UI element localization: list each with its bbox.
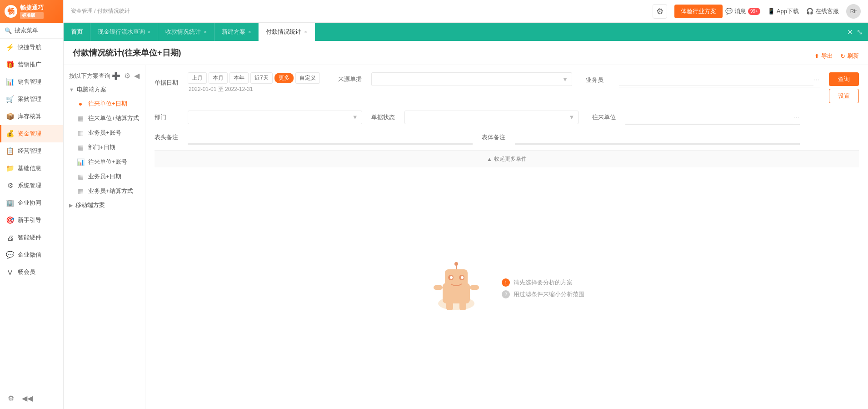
tab-receivable[interactable]: 收款情况统计 ×: [158, 23, 214, 41]
tab-close-icon[interactable]: ×: [148, 29, 150, 35]
scheme-category-pc[interactable]: ▼ 电脑端方案: [64, 83, 145, 96]
hardware-icon: 🖨: [6, 233, 14, 242]
tab-new-plan[interactable]: 新建方案 ×: [215, 23, 259, 41]
scheme-item-icon: ▦: [76, 187, 85, 195]
dept-select[interactable]: ▼: [188, 111, 362, 124]
tab-payment[interactable]: 付款情况统计 ×: [259, 23, 314, 41]
sidebar-item-vip[interactable]: V 畅会员: [0, 263, 63, 281]
collapse-sidebar-icon[interactable]: ◀◀: [21, 392, 34, 404]
scheme-item-unit-account[interactable]: 📊 往来单位+账号: [64, 155, 145, 169]
sidebar-item-enterprise[interactable]: 🏢 企业协同: [0, 194, 63, 212]
svg-rect-11: [446, 301, 453, 310]
sidebar-search[interactable]: 🔍 搜索菜单: [0, 23, 63, 39]
sidebar-item-finance[interactable]: 💰 资金管理: [0, 125, 63, 142]
status-select[interactable]: ▼: [404, 111, 579, 124]
date-btn-7days[interactable]: 近7天: [250, 72, 273, 84]
sidebar-header: 畅 畅捷通巧 标准版: [0, 0, 63, 23]
tab-close-icon[interactable]: ×: [304, 29, 307, 35]
svg-point-5: [450, 276, 453, 279]
marketing-icon: 🎁: [6, 61, 14, 69]
source-filter-label: 来源单据: [338, 75, 368, 83]
sidebar-item-purchase[interactable]: 🛒 采购管理: [0, 91, 63, 108]
scheme-item-icon: ▦: [76, 129, 85, 137]
sidebar-item-marketing[interactable]: 🎁 营销推广: [0, 56, 63, 73]
staff-input[interactable]: [619, 72, 813, 86]
search-menu-label: 搜索菜单: [15, 26, 38, 35]
filter-row-2: 部门 ▼ 单据状态 ▼: [155, 110, 859, 125]
scheme-settings-icon[interactable]: ⚙: [124, 71, 130, 80]
date-btn-more[interactable]: 更多: [274, 73, 294, 83]
unit-input[interactable]: [625, 110, 793, 123]
sidebar-item-basic[interactable]: 📁 基础信息: [0, 160, 63, 177]
guide-icon: 🎯: [6, 216, 14, 224]
tip-text-2: 用过滤条件来缩小分析范围: [514, 290, 584, 298]
settings-button[interactable]: 设置: [829, 89, 859, 103]
empty-tip-1: 1 请先选择要分析的方案: [502, 278, 573, 287]
tab-label: 收款情况统计: [165, 28, 201, 36]
sidebar-item-wechat[interactable]: 💬 企业微信: [0, 246, 63, 263]
scheme-panel: 按以下方案查询 ➕ ⚙ ◀ ▼ 电脑端方案 ● 往来单位+日期 ▦: [64, 65, 145, 409]
unit-dots-btn[interactable]: ···: [793, 113, 800, 120]
sidebar-item-hardware[interactable]: 🖨 智能硬件: [0, 229, 63, 246]
scheme-panel-title: 按以下方案查询: [69, 72, 110, 80]
settings-bottom-icon[interactable]: ⚙: [5, 392, 17, 404]
sidebar-item-operations[interactable]: 📋 经营管理: [0, 142, 63, 160]
vip-icon: V: [6, 268, 14, 276]
source-select[interactable]: ▼: [371, 72, 572, 86]
scheme-item-unit-date[interactable]: ● 往来单位+日期: [64, 96, 145, 111]
tab-label: 新建方案: [222, 28, 245, 36]
date-btn-last-month[interactable]: 上月: [188, 72, 207, 84]
scheme-item-dept-date[interactable]: ▦ 部门+日期: [64, 140, 145, 155]
scheme-item-staff-settle[interactable]: ▦ 业务员+结算方式: [64, 184, 145, 198]
export-button[interactable]: ⬆ 导出: [814, 52, 833, 60]
svg-point-6: [461, 276, 464, 279]
filter-staff-field: 业务员 ···: [586, 72, 820, 87]
empty-tip-2: 2 用过滤条件来缩小分析范围: [502, 290, 584, 298]
scheme-category-mobile[interactable]: ▶ 移动端方案: [64, 198, 145, 212]
sidebar-item-sales[interactable]: 📊 销售管理: [0, 73, 63, 91]
refresh-label: 刷新: [847, 52, 859, 60]
date-btn-this-year[interactable]: 本年: [229, 72, 249, 84]
header-note-label: 表头备注: [155, 133, 184, 141]
trial-button[interactable]: 体验行业方案: [674, 5, 723, 18]
header-note-input[interactable]: [188, 131, 473, 145]
online-service[interactable]: 🎧 在线客服: [806, 7, 839, 15]
expand-icon[interactable]: ⤡: [857, 28, 863, 36]
staff-dots-btn[interactable]: ···: [813, 76, 820, 83]
empty-state-content: 1 请先选择要分析的方案 2 用过滤条件来缩小分析范围: [429, 260, 584, 316]
sidebar-item-system[interactable]: ⚙ 系统管理: [0, 177, 63, 194]
sidebar-item-label: 快捷导航: [18, 43, 41, 51]
header-note-input-wrapper: [188, 131, 473, 144]
tab-close-icon[interactable]: ×: [204, 29, 206, 35]
wechat-icon: 💬: [6, 251, 14, 259]
sidebar-item-quick-nav[interactable]: ⚡ 快捷导航: [0, 39, 63, 56]
close-all-tabs-icon[interactable]: ✕: [847, 28, 853, 36]
tab-cashflow[interactable]: 现金银行流水查询 ×: [90, 23, 158, 41]
tab-home[interactable]: 首页: [64, 23, 90, 41]
filter-row-3: 表头备注 表体备注: [155, 131, 859, 144]
sidebar-item-guide[interactable]: 🎯 新手引导: [0, 212, 63, 229]
page-header-actions: ⬆ 导出 ↻ 刷新: [814, 52, 859, 60]
refresh-button[interactable]: ↻ 刷新: [840, 52, 859, 60]
refresh-icon: ↻: [840, 53, 845, 60]
collapse-arrow-icon: ▲: [487, 156, 492, 162]
app-download[interactable]: 📱 App下载: [768, 7, 799, 15]
scheme-item-staff-date[interactable]: ▦ 业务员+日期: [64, 169, 145, 184]
topbar-settings-icon[interactable]: ⚙: [653, 4, 667, 19]
sidebar-item-inventory[interactable]: 📦 库存核算: [0, 108, 63, 125]
collapse-scheme-icon[interactable]: ◀: [134, 71, 140, 80]
body-note-input[interactable]: [515, 131, 800, 145]
unit-filter-label: 往来单位: [592, 113, 622, 121]
tab-close-icon[interactable]: ×: [248, 29, 251, 35]
add-scheme-icon[interactable]: ➕: [111, 71, 120, 80]
user-avatar[interactable]: Rit: [846, 4, 861, 19]
scheme-item-staff-account[interactable]: ▦ 业务员+账号: [64, 126, 145, 140]
date-btn-custom[interactable]: 自定义: [295, 72, 320, 84]
message-icon[interactable]: 💬 消息 99+: [725, 7, 760, 15]
query-button[interactable]: 查询: [829, 72, 859, 86]
svg-rect-9: [434, 285, 443, 290]
date-btn-this-month[interactable]: 本月: [209, 72, 228, 84]
page-title: 付款情况统计(往来单位+日期): [73, 47, 181, 65]
collapse-conditions-btn[interactable]: ▲ 收起更多条件: [155, 150, 859, 167]
scheme-item-unit-settle[interactable]: ▦ 往来单位+结算方式: [64, 111, 145, 126]
